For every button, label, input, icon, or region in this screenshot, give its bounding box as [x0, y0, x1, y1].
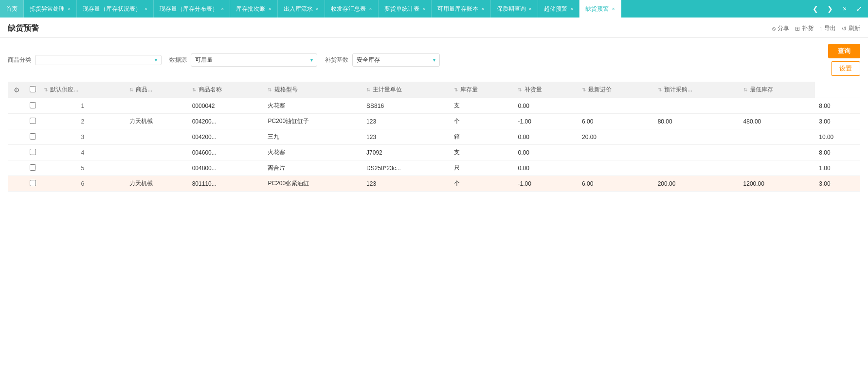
tab-picking-exception[interactable]: 拣货异常处理 × [24, 0, 77, 18]
tab-next-button[interactable]: ❯ [823, 2, 837, 16]
replenish-base-value: 安全库存 [357, 56, 380, 64]
table-row: 3 004200... 三九 123 箱 0.00 20.00 10.00 [8, 129, 860, 145]
row-replenish-qty: 6.00 [578, 176, 654, 192]
tab-close-all-button[interactable]: × [838, 2, 851, 16]
tab-receive-summary[interactable]: 收发存汇总表 × [325, 0, 378, 18]
table-container: ⚙ ⇅ 默认供应... ⇅ 商品... ⇅ 商品名称 [0, 82, 868, 192]
row-latest-price [654, 145, 740, 160]
table-row: 4 004600... 火花塞 J7092 支 0.00 8.00 [8, 145, 860, 160]
tab-shortage-warning[interactable]: 缺货预警 × [579, 0, 621, 18]
row-checkbox-0[interactable] [30, 102, 36, 108]
tab-close-batch[interactable]: × [268, 6, 271, 12]
export-button[interactable]: ↑ 导出 [819, 24, 836, 33]
col-min-stock: ⇅ 最低库存 [740, 82, 815, 98]
tab-current-stock-status[interactable]: 现存量（库存状况表） × [77, 0, 153, 18]
tab-inout-flow[interactable]: 出入库流水 × [278, 0, 325, 18]
row-stock: -1.00 [514, 114, 578, 129]
tab-close-order[interactable]: × [422, 6, 425, 12]
row-estimated-purchase [740, 129, 815, 145]
table-row: 6 力天机械 801110... PC200张紧油缸 123 个 -1.00 6… [8, 176, 860, 192]
datasource-select[interactable]: 可用量 ▾ [191, 53, 317, 67]
filter-bar: 商品分类 ▾ 数据源 可用量 ▾ 补货基数 安全库存 ▾ 查询 设置 [0, 38, 868, 82]
unit-sort-icon[interactable]: ⇅ [366, 87, 370, 92]
row-unit: 个 [450, 114, 514, 129]
row-estimated-purchase [740, 145, 815, 160]
row-min-stock: 10.00 [815, 129, 860, 145]
row-checkbox-1[interactable] [30, 118, 36, 124]
row-spec: 123 [362, 114, 450, 129]
tab-available-account[interactable]: 可用量库存账本 × [432, 0, 490, 18]
row-spec: 123 [362, 176, 450, 192]
table-row: 2 力天机械 004200... PC200油缸缸子 123 个 -1.00 6… [8, 114, 860, 129]
row-checkbox-3[interactable] [30, 149, 36, 155]
header-actions: ⎋ 分享 ⊞ 补货 ↑ 导出 ↺ 刷新 [772, 24, 860, 33]
tab-order-stats[interactable]: 要货单统计表 × [379, 0, 432, 18]
replenish-base-select[interactable]: 安全库存 ▾ [352, 53, 440, 67]
refresh-button[interactable]: ↺ 刷新 [842, 24, 860, 33]
tab-close-receive[interactable]: × [369, 6, 372, 12]
tab-close-shortage[interactable]: × [612, 6, 615, 12]
select-all-checkbox[interactable] [30, 86, 36, 92]
col-default-supplier: ⇅ 默认供应... [40, 82, 126, 98]
tab-close-picking[interactable]: × [68, 6, 71, 12]
row-num: 2 [40, 114, 126, 129]
row-checkbox-5[interactable] [30, 180, 36, 186]
category-label: 商品分类 [8, 56, 31, 64]
row-spec: 123 [362, 129, 450, 145]
table-settings-icon[interactable]: ⚙ [14, 86, 20, 94]
spec-sort-icon[interactable]: ⇅ [268, 87, 271, 92]
col-product-code: ⇅ 商品... [126, 82, 188, 98]
code-sort-icon[interactable]: ⇅ [129, 87, 133, 92]
tab-prev-button[interactable]: ❮ [809, 2, 822, 16]
replenish-base-chevron-icon: ▾ [433, 57, 435, 63]
row-product-code: 004800... [188, 160, 264, 176]
query-button[interactable]: 查询 [828, 44, 860, 58]
row-spec: DS250*23c... [362, 160, 450, 176]
tab-batch-account[interactable]: 库存批次账 × [230, 0, 277, 18]
table-row: 5 004800... 离合片 DS250*23c... 只 0.00 1.00 [8, 160, 860, 176]
row-supplier [126, 98, 188, 114]
tab-close-available[interactable]: × [481, 6, 484, 12]
price-sort-icon[interactable]: ⇅ [582, 87, 586, 92]
share-button[interactable]: ⎋ 分享 [772, 24, 789, 33]
row-estimated-purchase: 1200.00 [740, 176, 815, 192]
min-stock-sort-icon[interactable]: ⇅ [743, 87, 747, 92]
tab-home[interactable]: 首页 [0, 0, 24, 18]
tab-close-inout[interactable]: × [316, 6, 319, 12]
row-product-name: 三九 [264, 129, 362, 145]
tab-expiry-query[interactable]: 保质期查询 × [491, 0, 538, 18]
tab-fullscreen-button[interactable]: ⤢ [852, 2, 866, 16]
name-sort-icon[interactable]: ⇅ [192, 87, 196, 92]
export-icon: ↑ [819, 25, 822, 32]
page-title: 缺货预警 [8, 23, 39, 34]
row-unit: 箱 [450, 129, 514, 145]
tab-close-expiry[interactable]: × [529, 6, 532, 12]
row-product-name: 火花塞 [264, 98, 362, 114]
row-stock: 0.00 [514, 98, 578, 114]
settings-button[interactable]: 设置 [831, 61, 860, 76]
tab-overstock-warning[interactable]: 超储预警 × [538, 0, 579, 18]
tab-bar-controls: ❮ ❯ × ⤢ [809, 2, 868, 16]
row-checkbox-4[interactable] [30, 164, 36, 171]
row-checkbox-2[interactable] [30, 133, 36, 140]
tab-current-stock-dist[interactable]: 现存量（库存分布表） × [154, 0, 230, 18]
tab-close-overstock[interactable]: × [570, 6, 573, 12]
refresh-icon: ↺ [842, 25, 847, 32]
row-checkbox-cell [25, 145, 40, 160]
row-num: 3 [40, 129, 126, 145]
tab-bar: 首页 拣货异常处理 × 现存量（库存状况表） × 现存量（库存分布表） × 库存… [0, 0, 868, 18]
category-select[interactable]: ▾ [35, 55, 162, 65]
table-body: 1 0000042 火花塞 SS816 支 0.00 8.00 2 力天机械 0… [8, 98, 860, 192]
col-stock: ⇅ 库存量 [450, 82, 514, 98]
estimated-sort-icon[interactable]: ⇅ [658, 87, 662, 92]
replenish-qty-sort-icon[interactable]: ⇅ [518, 87, 522, 92]
tab-close-stock-dist[interactable]: × [221, 6, 224, 12]
row-product-code: 004200... [188, 129, 264, 145]
tab-close-stock-status[interactable]: × [144, 6, 147, 12]
supplier-sort-icon[interactable]: ⇅ [44, 87, 48, 92]
stock-sort-icon[interactable]: ⇅ [454, 87, 458, 92]
replenish-button[interactable]: ⊞ 补货 [795, 24, 814, 33]
row-stock: 0.00 [514, 145, 578, 160]
table-row: 1 0000042 火花塞 SS816 支 0.00 8.00 [8, 98, 860, 114]
row-latest-price [654, 160, 740, 176]
